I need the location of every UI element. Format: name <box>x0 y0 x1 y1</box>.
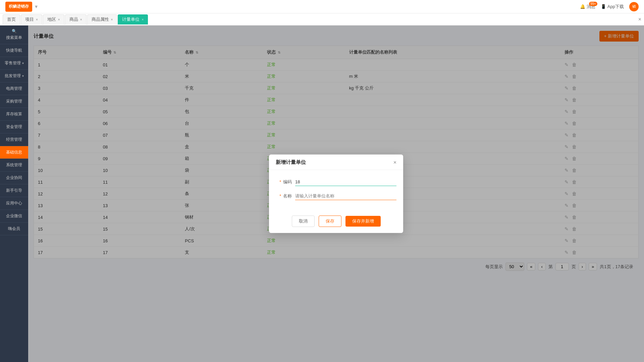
user-avatar[interactable]: 鳞 <box>629 2 639 11</box>
tab-goods[interactable]: 商品 × <box>65 14 87 24</box>
name-input[interactable] <box>295 192 396 200</box>
sidebar-finance-label: 资金管理 <box>6 124 22 130</box>
page-container: 计量单位 + 新增计量单位 序号 编号 ⇅ 名称 ⇅ 状态 ⇅ 计量单位匹配的名… <box>28 25 644 362</box>
tab-region-close[interactable]: × <box>58 18 60 21</box>
sidebar-appcenter-label: 应用中心 <box>6 200 22 206</box>
app-download-label: App下载 <box>607 4 624 10</box>
sidebar-purchase-label: 采购管理 <box>6 99 22 104</box>
save-new-button[interactable]: 保存并新增 <box>345 216 381 227</box>
app-logo: 积鳞进销存 <box>5 2 32 12</box>
mobile-icon: 📱 <box>601 4 606 9</box>
bell-icon: 🔔 <box>580 4 585 9</box>
sidebar-operation-label: 经营管理 <box>6 137 22 142</box>
tab-unit[interactable]: 计量单位 × <box>118 14 148 24</box>
code-input[interactable] <box>295 178 396 186</box>
sidebar-wechat-label: 企业微信 <box>6 213 22 219</box>
code-field-label: * 编码 <box>276 179 292 185</box>
sidebar-system-label: 系统管理 <box>6 162 22 168</box>
notification-button[interactable]: 🔔 消息 99+ <box>580 4 595 10</box>
tab-goods-attr[interactable]: 商品属性 × <box>87 14 117 24</box>
tab-project[interactable]: 项目 × <box>21 14 42 24</box>
logo-text: 积鳞进销存 <box>9 4 29 9</box>
add-unit-modal: 新增计量单位 × * 编码 * <box>269 155 403 233</box>
modal-footer: 取消 保存 保存并新增 <box>269 212 403 233</box>
search-icon: 🔍 <box>12 29 17 34</box>
tab-goods-close[interactable]: × <box>80 18 82 21</box>
cancel-button[interactable]: 取消 <box>292 216 315 227</box>
chevron-down-icon-2: ▾ <box>22 74 24 78</box>
sidebar-item-wechat[interactable]: 企业微信 <box>0 210 28 223</box>
sidebar-item-newbie[interactable]: 新手引导 <box>0 184 28 197</box>
name-field-label: * 名称 <box>276 193 292 199</box>
sidebar-item-purchase[interactable]: 采购管理 <box>0 95 28 108</box>
tab-bar: 首页 项目 × 地区 × 商品 × 商品属性 × 计量单位 × × <box>0 13 644 25</box>
content-area: 计量单位 + 新增计量单位 序号 编号 ⇅ 名称 ⇅ 状态 ⇅ 计量单位匹配的名… <box>28 25 644 362</box>
required-mark: * <box>279 179 281 184</box>
sidebar-item-retail[interactable]: 零售管理 ▾ <box>0 57 28 70</box>
tab-unit-close[interactable]: × <box>142 18 144 21</box>
sidebar-item-inventory[interactable]: 库存核算 <box>0 108 28 121</box>
sidebar: 🔍 搜索菜单 快捷导航 零售管理 ▾ 批发管理 ▾ 电商管理 采购管理 库存核算… <box>0 25 28 362</box>
modal-body: * 编码 * 名称 <box>269 170 403 212</box>
tabbar-close-button[interactable]: × <box>638 16 641 22</box>
sidebar-basic-label: 基础信息 <box>6 149 22 155</box>
tab-project-close[interactable]: × <box>36 18 38 21</box>
sidebar-quicknav-label: 快捷导航 <box>6 48 22 53</box>
save-button[interactable]: 保存 <box>319 216 341 227</box>
sidebar-member-label: 嗨会员 <box>8 226 20 232</box>
sidebar-item-quicknav[interactable]: 快捷导航 <box>0 44 28 57</box>
form-row-code: * 编码 <box>276 178 396 186</box>
main-layout: 🔍 搜索菜单 快捷导航 零售管理 ▾ 批发管理 ▾ 电商管理 采购管理 库存核算… <box>0 25 644 362</box>
modal-close-button[interactable]: × <box>393 160 396 165</box>
sidebar-newbie-label: 新手引导 <box>6 188 22 193</box>
sidebar-search-label: 搜索菜单 <box>6 35 22 41</box>
tab-project-label: 项目 <box>25 16 34 22</box>
sidebar-retail-label: 零售管理 <box>5 60 21 66</box>
sidebar-item-ecommerce[interactable]: 电商管理 <box>0 82 28 95</box>
tab-home-label: 首页 <box>7 16 16 22</box>
sidebar-item-finance[interactable]: 资金管理 <box>0 121 28 133</box>
tab-region-label: 地区 <box>47 16 56 22</box>
sidebar-collab-label: 企业协同 <box>6 175 22 181</box>
tab-goods-attr-label: 商品属性 <box>92 16 109 22</box>
sidebar-item-search[interactable]: 🔍 搜索菜单 <box>0 25 28 44</box>
sidebar-item-system[interactable]: 系统管理 <box>0 159 28 172</box>
sidebar-wholesale-label: 批发管理 <box>5 73 21 79</box>
tab-goods-label: 商品 <box>69 16 78 22</box>
form-row-name: * 名称 <box>276 192 396 200</box>
tab-unit-label: 计量单位 <box>122 16 140 22</box>
modal-title: 新增计量单位 <box>276 159 306 166</box>
sidebar-inventory-label: 库存核算 <box>6 111 22 117</box>
chevron-down-icon: ▾ <box>22 61 24 65</box>
sidebar-item-appcenter[interactable]: 应用中心 <box>0 197 28 210</box>
required-mark-2: * <box>279 193 281 198</box>
sidebar-item-wholesale[interactable]: 批发管理 ▾ <box>0 70 28 82</box>
tab-region[interactable]: 地区 × <box>43 14 64 24</box>
sidebar-item-collab[interactable]: 企业协同 <box>0 172 28 184</box>
app-download-button[interactable]: 📱 App下载 <box>601 4 624 10</box>
sidebar-item-operation[interactable]: 经营管理 <box>0 133 28 146</box>
sidebar-ecommerce-label: 电商管理 <box>6 86 22 92</box>
sidebar-item-member[interactable]: 嗨会员 <box>0 223 28 235</box>
logo-area: 积鳞进销存 ▾ <box>5 2 38 12</box>
top-header: 积鳞进销存 ▾ 🔔 消息 99+ 📱 App下载 鳞 <box>0 0 644 13</box>
dropdown-arrow-icon[interactable]: ▾ <box>35 3 38 10</box>
header-right: 🔔 消息 99+ 📱 App下载 鳞 <box>580 2 639 11</box>
modal-header: 新增计量单位 × <box>269 155 403 170</box>
tab-goods-attr-close[interactable]: × <box>111 18 113 21</box>
sidebar-item-basic[interactable]: 基础信息 <box>0 146 28 159</box>
notification-badge: 99+ <box>589 2 597 6</box>
tab-home[interactable]: 首页 <box>3 14 20 24</box>
modal-overlay: 新增计量单位 × * 编码 * <box>28 25 644 362</box>
